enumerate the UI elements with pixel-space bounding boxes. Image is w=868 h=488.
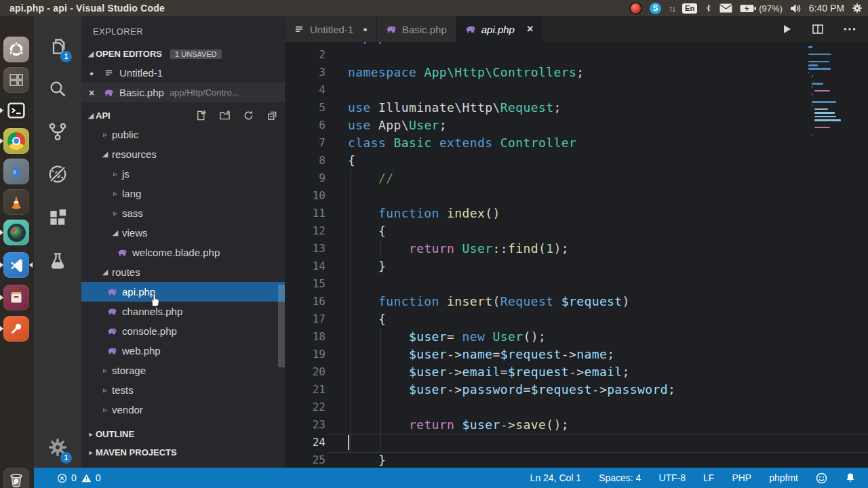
clock-label[interactable]: 6:40 PM [809,3,844,14]
tree-item-lang[interactable]: ▹lang [81,184,285,203]
launcher-item-vscode[interactable] [3,252,29,278]
status-encoding[interactable]: UTF-8 [658,472,686,483]
keyboard-layout-badge[interactable]: En [682,3,697,14]
code-line[interactable]: } [348,451,386,468]
warnings-count[interactable]: 0 [81,472,101,483]
code-line[interactable]: return User::find(1); [348,240,569,258]
mail-icon[interactable] [719,3,732,13]
problems-status[interactable]: 00 [57,472,101,483]
line-number[interactable]: 7 [285,134,326,152]
split-editor-icon[interactable] [811,22,825,36]
section-maven-projects[interactable]: ▸MAVEN PROJECTS [81,443,285,462]
tab-Basic-php[interactable]: Basic.php [377,16,456,42]
status-formatter[interactable]: phpfmt [769,472,798,483]
launcher-item-chrome[interactable] [3,128,29,154]
tree-item-public[interactable]: ▹public [81,125,285,144]
launcher-item-postman[interactable] [3,316,29,342]
tree-item-channels-php[interactable]: channels.php [81,302,285,321]
line-number[interactable]: 12 [285,222,326,240]
launcher-item-kazam[interactable] [3,220,29,245]
activity-test-beaker[interactable] [34,243,81,279]
code-line[interactable]: { [348,310,386,328]
tree-item-tests[interactable]: ▹tests [81,380,285,400]
line-number[interactable]: 9 [285,169,326,187]
open-editors-header[interactable]: ◢OPEN EDITORS1 UNSAVED [81,45,285,63]
session-gear-icon[interactable] [852,3,863,14]
folder-section-header[interactable]: ◢API [81,106,285,125]
line-number[interactable]: 22 [285,399,326,416]
status-cursor-position[interactable]: Ln 24, Col 1 [530,472,582,483]
line-number[interactable]: 5 [285,99,326,117]
network-arrows-icon[interactable]: ↑↓ [669,3,675,14]
activity-extensions[interactable] [34,200,81,235]
line-number[interactable]: 14 [285,258,326,275]
line-number[interactable]: 24 [285,434,326,451]
line-number[interactable]: 8 [285,152,326,169]
code-line[interactable]: $user->email=$request->email; [348,363,630,381]
line-number[interactable]: 16 [285,293,326,310]
activity-source-control[interactable] [34,114,81,149]
code-line[interactable]: return $user->save(); [348,416,569,434]
code-line[interactable]: $user= new User(); [348,328,546,346]
line-number[interactable]: 23 [285,416,326,434]
line-number[interactable]: 4 [285,81,326,99]
section-outline[interactable]: ▸OUTLINE [81,425,285,443]
code-line[interactable]: $user->password=$request->password; [348,381,675,399]
errors-count[interactable]: 0 [57,472,77,483]
record-icon[interactable] [629,2,642,15]
tree-item-vendor[interactable]: ▹vendor [81,400,285,420]
line-number[interactable]: 25 [285,451,326,468]
close-icon[interactable]: × [527,23,533,35]
line-number[interactable]: 3 [285,64,326,81]
run-button[interactable] [780,22,793,36]
collapse-all-icon[interactable] [267,110,278,121]
tree-item-api-php[interactable]: api.php [81,282,285,302]
skype-icon[interactable]: S [650,3,661,14]
volume-icon[interactable] [790,3,802,14]
code-line[interactable]: { [348,222,386,240]
tree-item-views[interactable]: ◢views [81,223,285,243]
new-file-icon[interactable] [195,110,207,121]
tab-Untitled-1[interactable]: Untitled-1● [285,16,377,42]
line-number[interactable]: 21 [285,381,326,399]
line-number[interactable]: 13 [285,240,326,258]
line-number[interactable]: 20 [285,363,326,381]
code-line[interactable]: $user->name=$request->name; [348,346,614,363]
activity-explorer[interactable]: 1 [34,28,81,64]
code-editor[interactable]: 1<?php23namespace App\Http\Controllers;4… [285,42,868,468]
status-language-mode[interactable]: PHP [732,472,751,483]
open-editor-item[interactable]: ×Basic.phpapp/Http/Contro... [81,83,285,102]
code-line[interactable]: function insert(Request $request) [348,293,630,310]
tree-item-js[interactable]: ▹js [81,164,285,184]
sidebar-scrollbar[interactable] [278,285,285,367]
code-line[interactable]: use App\User; [348,117,447,134]
code-line[interactable]: // [348,169,393,187]
tree-item-welcome-blade-php[interactable]: welcome.blade.php [81,243,285,262]
tree-item-web-php[interactable]: web.php [81,341,285,361]
tree-item-storage[interactable]: ▹storage [81,361,285,380]
line-number[interactable]: 15 [285,275,326,293]
launcher-item-trash[interactable] [3,468,29,488]
bluetooth-icon[interactable] [705,3,712,14]
tree-item-resources[interactable]: ◢resources [81,144,285,164]
line-number[interactable]: 10 [285,187,326,205]
code-line[interactable]: function index() [348,205,500,222]
notifications-bell-icon[interactable] [845,472,856,483]
code-line[interactable]: } [348,258,386,275]
tab-api-php[interactable]: api.php× [456,16,543,42]
activity-settings[interactable]: 1 [34,430,81,465]
activity-search[interactable] [34,71,81,106]
code-line[interactable]: <?php [348,42,386,46]
refresh-icon[interactable] [243,110,254,121]
feedback-smiley-icon[interactable] [816,472,827,484]
battery-icon[interactable]: (97%) [740,3,783,14]
launcher-item-deluge[interactable] [3,159,29,184]
activity-debug[interactable] [34,157,81,192]
launcher-item-terminal[interactable] [3,98,29,123]
launcher-item-archive-manager[interactable] [3,285,29,310]
close-icon[interactable]: × [81,87,102,98]
line-number[interactable]: 2 [285,46,326,64]
tree-item-console-php[interactable]: console.php [81,321,285,341]
line-number[interactable]: 6 [285,117,326,134]
launcher-item-workspace-switcher[interactable] [3,67,29,93]
